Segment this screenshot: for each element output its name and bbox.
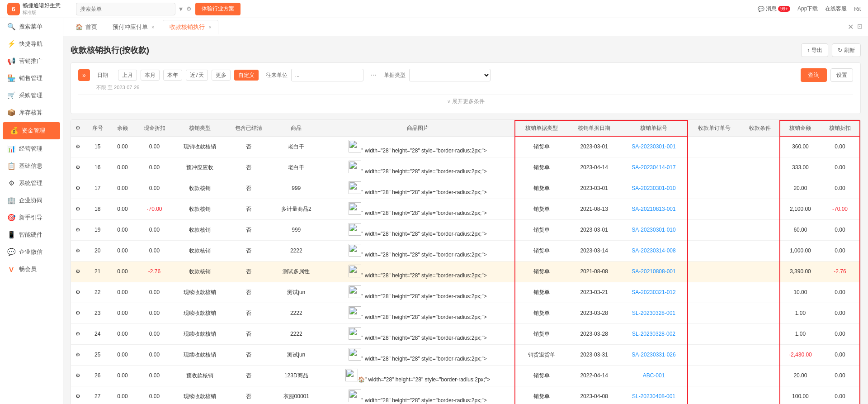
cell-gear[interactable]: ⚙ (71, 261, 85, 282)
date-prev-month-btn[interactable]: 上月 (118, 70, 137, 81)
table-row: ⚙ 23 0.00 0.00 现续收款核销 否 2222 " width="28… (71, 303, 860, 323)
sidebar-item-finance[interactable]: 💰 资金管理 (3, 122, 60, 139)
cell-verify-bill-no[interactable]: SL-20230408-001 (620, 386, 688, 404)
cell-verify-bill-no[interactable]: SA-20230301-010 (620, 178, 688, 199)
sidebar-item-system[interactable]: ⚙ 系统管理 (0, 175, 63, 192)
date-cur-month-btn[interactable]: 本月 (141, 70, 160, 81)
cell-gear[interactable]: ⚙ (71, 365, 85, 386)
cell-verify-bill-no[interactable]: SA-20230301-010 (620, 219, 688, 240)
setting-button[interactable]: 设置 (830, 68, 853, 82)
settings-icon[interactable]: ⚙ (186, 5, 192, 12)
tab-bar-right: ✕ ⊡ (848, 23, 863, 31)
industry-btn[interactable]: 体验行业方案 (195, 3, 241, 15)
sidebar-item-member[interactable]: V 畅会员 (0, 261, 63, 278)
cell-verify-type: 收款核销 (174, 178, 226, 199)
cell-gear[interactable]: ⚙ (71, 136, 85, 157)
cell-gear[interactable]: ⚙ (71, 219, 85, 240)
close-window-icon[interactable]: ✕ (848, 23, 854, 31)
cell-verify-bill-no[interactable]: SA-20230331-026 (620, 344, 688, 365)
th-receipt-order: 收款单订单号 (688, 120, 741, 136)
tab-verify[interactable]: 收款核销执行 × (163, 20, 218, 34)
sidebar-item-inventory[interactable]: 📦 库存核算 (0, 104, 63, 121)
cell-verify-bill-date: 2021-08-08 (568, 261, 620, 282)
cell-verify-bill-no[interactable]: SA-20230314-008 (620, 240, 688, 261)
top-bar: 6 畅捷通谱好生意 标准版 ▾ ⚙ 体验行业方案 💬 消息 99+ App下载 … (0, 0, 868, 18)
tab-prepay[interactable]: 预付冲应付单 × (106, 20, 161, 34)
tab-home[interactable]: 🏠 首页 (69, 20, 104, 34)
cell-verify-bill-date: 2023-03-28 (568, 323, 620, 344)
cell-receipt-condition (741, 157, 780, 178)
cell-gear[interactable]: ⚙ (71, 178, 85, 199)
cell-verify-bill-no[interactable]: SA-20230414-017 (620, 157, 688, 178)
date-more-btn[interactable]: 更多 (212, 70, 231, 81)
date-7days-btn[interactable]: 近7天 (186, 70, 208, 81)
sidebar-item-base[interactable]: 📋 基础信息 (0, 157, 63, 175)
sidebar-item-operation[interactable]: 📊 经营管理 (0, 140, 63, 157)
table-row: ⚙ 15 0.00 0.00 现销收款核销 否 老白干 " width="28"… (71, 136, 860, 157)
th-verify-bill-type: 核销单据类型 (515, 120, 568, 136)
cell-verify-bill-no[interactable]: SL-20230328-002 (620, 323, 688, 344)
sidebar-item-search[interactable]: 🔍 搜索菜单 (0, 18, 63, 35)
sidebar-item-wechat[interactable]: 💬 企业微信 (0, 243, 63, 261)
cell-receipt-condition (741, 178, 780, 199)
cell-goods: 测试jun (272, 344, 321, 365)
cell-verify-bill-type: 销货单 (515, 219, 568, 240)
cell-verify-bill-no[interactable]: SA-20210808-001 (620, 261, 688, 282)
sidebar-item-purchase[interactable]: 🛒 采购管理 (0, 87, 63, 104)
filter-expand-btn[interactable]: ∨ 展开更多条件 (78, 95, 853, 108)
cell-seq: 19 (85, 219, 110, 240)
maximize-icon[interactable]: ⊡ (857, 23, 863, 31)
message-btn[interactable]: 💬 消息 99+ (758, 5, 790, 13)
refresh-button[interactable]: ↻ 刷新 (832, 43, 861, 57)
refresh-icon: ↻ (838, 47, 842, 53)
sidebar-item-hardware[interactable]: 📱 智能硬件 (0, 226, 63, 243)
cell-gear[interactable]: ⚙ (71, 157, 85, 178)
sidebar-item-quick[interactable]: ⚡ 快捷导航 (0, 35, 63, 52)
cell-gear[interactable]: ⚙ (71, 240, 85, 261)
cell-balance: 0.00 (110, 261, 135, 282)
cell-gear[interactable]: ⚙ (71, 199, 85, 219)
sidebar-item-sales[interactable]: 🏪 销售管理 (0, 70, 63, 87)
cell-verify-bill-no[interactable]: ABC-001 (620, 365, 688, 386)
export-button[interactable]: ↑ 导出 (801, 43, 828, 57)
cell-receipt-condition (741, 323, 780, 344)
th-gear[interactable]: ⚙ (71, 120, 85, 136)
cell-gear[interactable]: ⚙ (71, 386, 85, 404)
date-custom-btn[interactable]: 自定义 (234, 70, 259, 81)
cell-seq: 23 (85, 303, 110, 323)
marketing-icon: 📢 (7, 57, 15, 65)
cell-verify-bill-no[interactable]: SL-20230328-001 (620, 303, 688, 323)
cell-verify-bill-no[interactable]: SA-20230321-012 (620, 282, 688, 303)
cell-verify-bill-type: 销货退货单 (515, 344, 568, 365)
sidebar-item-company[interactable]: 🏢 企业协同 (0, 192, 63, 209)
app-download-btn[interactable]: App下载 (797, 5, 818, 13)
cell-goods: 999 (272, 178, 321, 199)
cell-gear[interactable]: ⚙ (71, 282, 85, 303)
tab-verify-close[interactable]: × (208, 24, 211, 30)
cell-gear[interactable]: ⚙ (71, 323, 85, 344)
cell-receipt-condition (741, 344, 780, 365)
partner-input[interactable] (291, 69, 363, 81)
query-button[interactable]: 查询 (801, 68, 827, 82)
cell-balance: 0.00 (110, 282, 135, 303)
dropdown-icon[interactable]: ▾ (179, 5, 183, 13)
cell-gear[interactable]: ⚙ (71, 303, 85, 323)
filter-toggle-btn[interactable]: » (78, 69, 90, 81)
date-year-btn[interactable]: 本年 (163, 70, 182, 81)
cell-verify-amount: 360.00 (780, 136, 821, 157)
table-row: ⚙ 21 0.00 -2.76 收款核销 否 测试多属性 " width="28… (71, 261, 860, 282)
date-shortcuts: 上月 本月 本年 近7天 更多 自定义 (118, 70, 259, 81)
online-service-btn[interactable]: 在线客服 (825, 5, 847, 13)
table-row: ⚙ 25 0.00 0.00 现续收款核销 否 测试jun " width="2… (71, 344, 860, 365)
sidebar-item-marketing[interactable]: 📢 营销推广 (0, 52, 63, 70)
search-input[interactable] (76, 3, 175, 15)
cell-gear[interactable]: ⚙ (71, 344, 85, 365)
cell-verify-bill-no[interactable]: SA-20210813-001 (620, 199, 688, 219)
tab-prepay-close[interactable]: × (151, 24, 154, 30)
cell-verify-bill-no[interactable]: SA-20230301-001 (620, 136, 688, 157)
bill-type-select[interactable] (409, 69, 491, 81)
sidebar-item-guide[interactable]: 🎯 新手引导 (0, 209, 63, 226)
partner-field: 往来单位 (266, 69, 363, 81)
cell-cash-discount: 0.00 (135, 157, 174, 178)
cell-goods-img: " width="28" height="28" style="border-r… (321, 344, 515, 365)
